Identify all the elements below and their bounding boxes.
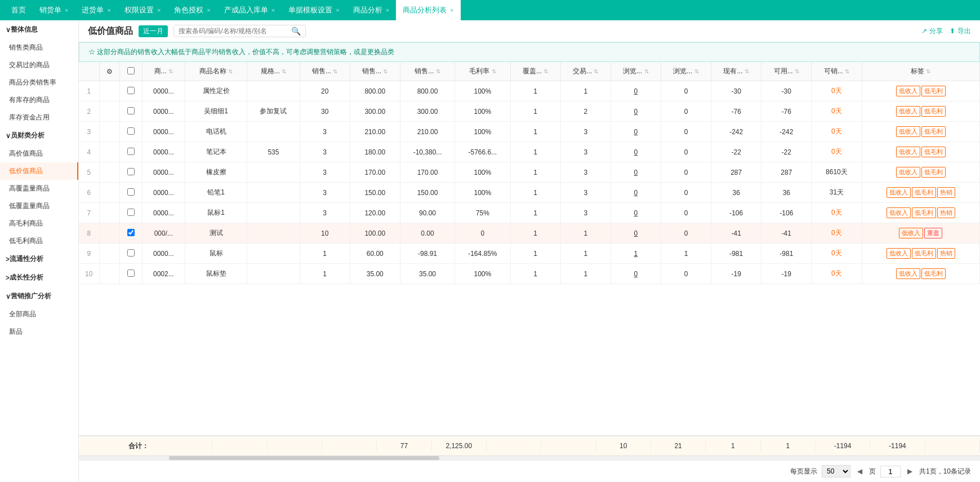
- period-button[interactable]: 近一月: [139, 25, 168, 37]
- row-check[interactable]: [120, 203, 142, 223]
- row-check[interactable]: [120, 223, 142, 244]
- row-browse1[interactable]: 0: [611, 183, 661, 203]
- row-code: 0000...: [142, 203, 185, 223]
- close-icon[interactable]: ×: [450, 7, 453, 14]
- row-browse1[interactable]: 0: [611, 142, 661, 162]
- row-check[interactable]: [120, 183, 142, 203]
- row-checkbox[interactable]: [127, 188, 135, 196]
- browse1-link[interactable]: 1: [634, 250, 638, 258]
- row-checkbox[interactable]: [127, 127, 135, 135]
- row-spec: [247, 264, 300, 284]
- close-icon[interactable]: ×: [65, 7, 68, 14]
- close-icon[interactable]: ×: [336, 7, 339, 14]
- nav-item-sales[interactable]: 销货单 ×: [33, 0, 75, 20]
- browse1-link[interactable]: 0: [634, 169, 638, 176]
- row-check[interactable]: [120, 264, 142, 284]
- page-input[interactable]: [880, 466, 901, 477]
- sidebar-group-financial[interactable]: ∨ 员财类分析: [0, 126, 78, 145]
- row-browse1[interactable]: 0: [611, 101, 661, 122]
- nav-item-analysis[interactable]: 商品分析 ×: [346, 0, 396, 20]
- sidebar-item-low-coverage[interactable]: 低覆盖量商品: [0, 197, 78, 215]
- col-gear[interactable]: ⚙: [99, 62, 120, 81]
- row-coverage: 1: [510, 142, 560, 162]
- row-checkbox[interactable]: [127, 107, 135, 114]
- row-checkbox[interactable]: [127, 229, 135, 236]
- row-checkbox[interactable]: [127, 269, 135, 277]
- sidebar-item-low-margin[interactable]: 低毛利商品: [0, 232, 78, 250]
- browse1-link[interactable]: 0: [634, 209, 638, 217]
- nav-item-stock[interactable]: 产成品入库单 ×: [217, 0, 282, 20]
- sidebar-item-low-value[interactable]: 低价值商品: [0, 162, 78, 180]
- row-check[interactable]: [120, 122, 142, 142]
- row-browse1[interactable]: 0: [611, 203, 661, 223]
- prev-first-btn[interactable]: ◀: [855, 466, 865, 476]
- sidebar-item-high-value[interactable]: 高价值商品: [0, 145, 78, 162]
- nav-item-analysis-list[interactable]: 商品分析列表 ×: [396, 0, 460, 20]
- close-icon[interactable]: ×: [107, 7, 110, 14]
- row-check[interactable]: [120, 81, 142, 101]
- nav-item-purchase[interactable]: 进货单 ×: [75, 0, 117, 20]
- col-tags: 标签 ⇅: [862, 62, 979, 81]
- row-checkbox[interactable]: [127, 249, 135, 257]
- sidebar-group-overall[interactable]: ∨ 整体信息: [0, 20, 78, 39]
- sidebar-group-marketing[interactable]: ∨ 营销推广分析: [0, 287, 78, 306]
- row-browse1[interactable]: 1: [611, 244, 661, 264]
- sidebar-item-traded-goods[interactable]: 交易过的商品: [0, 56, 78, 74]
- row-name: 铅笔1: [185, 183, 247, 203]
- browse1-link[interactable]: 0: [634, 148, 638, 156]
- close-icon[interactable]: ×: [157, 7, 161, 14]
- row-checkbox[interactable]: [127, 168, 135, 175]
- row-browse1[interactable]: 0: [611, 122, 661, 142]
- sidebar-item-all-goods[interactable]: 全部商品: [0, 306, 78, 323]
- row-check[interactable]: [120, 244, 142, 264]
- row-browse1[interactable]: 0: [611, 223, 661, 244]
- row-browse1[interactable]: 0: [611, 162, 661, 183]
- select-all-checkbox[interactable]: [127, 67, 135, 74]
- nav-item-permissions[interactable]: 权限设置 ×: [118, 0, 167, 20]
- row-checkbox[interactable]: [127, 148, 135, 155]
- row-available: 287: [761, 162, 812, 183]
- close-icon[interactable]: ×: [207, 7, 210, 14]
- row-tags: 低收入低毛利热销: [862, 244, 979, 264]
- row-check[interactable]: [120, 142, 142, 162]
- share-button[interactable]: ↗ 分享: [921, 26, 943, 36]
- row-check[interactable]: [120, 101, 142, 122]
- browse1-link[interactable]: 0: [634, 108, 638, 116]
- search-input[interactable]: [179, 27, 291, 35]
- row-browse2: 0: [661, 223, 711, 244]
- per-page-select[interactable]: 50 100 200: [822, 465, 850, 477]
- sidebar-group-growth[interactable]: > 成长性分析: [0, 268, 78, 287]
- row-name: 吴细细1: [185, 101, 247, 122]
- sidebar-item-high-coverage[interactable]: 高覆盖量商品: [0, 180, 78, 197]
- export-button[interactable]: ⬆ 导出: [950, 26, 971, 36]
- browse1-link[interactable]: 0: [634, 189, 638, 197]
- browse1-link[interactable]: 0: [634, 229, 638, 237]
- search-icon[interactable]: 🔍: [291, 26, 301, 36]
- row-checkbox[interactable]: [127, 87, 135, 94]
- row-available: -106: [761, 203, 812, 223]
- sidebar-item-category-sales[interactable]: 商品分类销售率: [0, 74, 78, 91]
- nav-item-home[interactable]: 首页: [5, 0, 33, 20]
- sidebar-item-stock-funds[interactable]: 库存资金占用: [0, 109, 78, 126]
- browse1-link[interactable]: 0: [634, 87, 638, 95]
- browse1-link[interactable]: 0: [634, 128, 638, 136]
- sidebar-item-sales-goods[interactable]: 销售类商品: [0, 39, 78, 56]
- sidebar-group-circulation[interactable]: > 流通性分析: [0, 250, 78, 268]
- browse1-link[interactable]: 0: [634, 270, 638, 278]
- row-browse1[interactable]: 0: [611, 264, 661, 284]
- next-btn[interactable]: ▶: [905, 466, 915, 476]
- table-container[interactable]: ⚙ 商... ⇅ 商品名称 ⇅ 规格... ⇅ 销售... ⇅ 销售... ⇅ …: [79, 62, 980, 435]
- sidebar-item-new-goods[interactable]: 新品: [0, 323, 78, 341]
- row-margin: 100%: [455, 101, 510, 122]
- row-browse1[interactable]: 0: [611, 81, 661, 101]
- row-check[interactable]: [120, 162, 142, 183]
- sidebar-item-stock-goods[interactable]: 有库存的商品: [0, 91, 78, 109]
- tag-badge: 低毛利: [921, 268, 946, 279]
- close-icon[interactable]: ×: [271, 7, 275, 14]
- row-checkbox[interactable]: [127, 209, 135, 216]
- sidebar-item-high-margin[interactable]: 高毛利商品: [0, 215, 78, 232]
- nav-item-template[interactable]: 单据模板设置 ×: [282, 0, 346, 20]
- nav-item-roles[interactable]: 角色授权 ×: [167, 0, 217, 20]
- close-icon[interactable]: ×: [386, 7, 389, 14]
- col-check[interactable]: [120, 62, 142, 81]
